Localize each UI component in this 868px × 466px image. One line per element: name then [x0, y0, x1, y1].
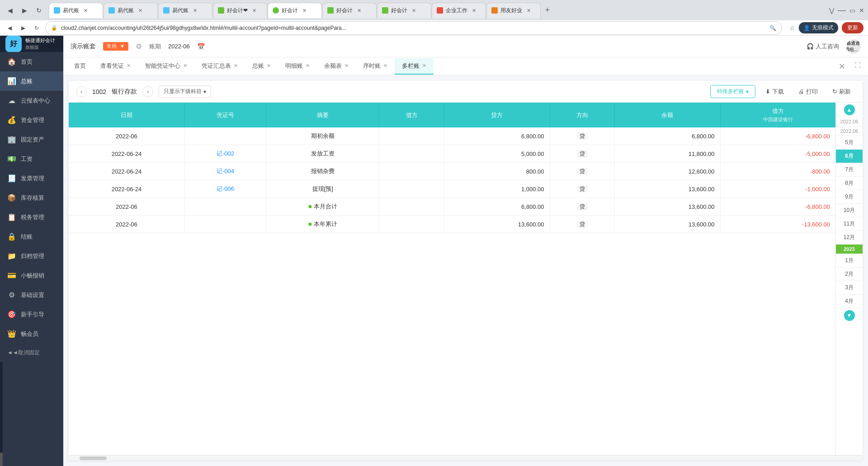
browser-tab-1[interactable]: 易代账 ✕ [49, 3, 103, 18]
tab-multi-col[interactable]: 多栏账 ✕ [395, 58, 434, 75]
tab-sequence[interactable]: 序时账 ✕ [356, 58, 395, 75]
bookmark-icon[interactable]: ☆ [789, 24, 795, 32]
cell-voucher[interactable]: 记-006 [184, 180, 266, 198]
maximize-btn[interactable]: ▭ [849, 7, 855, 14]
browser-tab-4[interactable]: 好会计❤ ✕ [213, 3, 267, 18]
tab-list-btn[interactable]: ⋁ [829, 7, 834, 14]
month-6[interactable]: 6月 [836, 150, 863, 163]
tab-close-detail[interactable]: ✕ [306, 63, 310, 69]
minimize-btn[interactable]: — [838, 5, 846, 15]
tab-close-ledger[interactable]: ✕ [267, 63, 271, 69]
stealth-mode-btn[interactable]: 👤 无痕模式 [799, 22, 838, 33]
sidebar-item-reports[interactable]: ☁ 云报表中心 [0, 91, 63, 110]
tab-close-1[interactable]: ✕ [84, 8, 88, 14]
browser-tab-5[interactable]: 好会计 ✕ [268, 3, 322, 18]
browser-tab-8[interactable]: 企业工作 ✕ [432, 3, 486, 18]
browser-tab-6[interactable]: 好会计 ✕ [322, 3, 377, 18]
tab-close-multi-col[interactable]: ✕ [422, 63, 426, 69]
month-2023-4[interactable]: 4月 [836, 295, 863, 308]
address-bar[interactable]: 🔒 cloud2.chanjet.com/accounting/uh26t264… [45, 21, 782, 35]
sidebar-item-guide[interactable]: 🎯 新手引导 [0, 305, 63, 324]
update-btn[interactable]: 更新 [842, 22, 863, 33]
tab-close-8[interactable]: ✕ [472, 8, 476, 14]
sidebar-scrollbar[interactable] [0, 362, 3, 466]
sidebar-toggle-btn[interactable]: ◄◄取消固定 [0, 344, 63, 362]
tab-close-7[interactable]: ✕ [412, 8, 416, 14]
expand-btn[interactable]: ⛶ [851, 60, 864, 73]
next-account-btn[interactable]: › [142, 86, 153, 97]
prev-account-btn[interactable]: ‹ [76, 86, 87, 97]
consult-btn[interactable]: 🎧 人工咨询 [807, 42, 839, 51]
month-9[interactable]: 9月 [836, 190, 863, 204]
sidebar-item-close[interactable]: 🔒 结账 [0, 227, 63, 246]
sidebar-item-ledger[interactable]: 📊 总账 [0, 71, 63, 91]
tab-close-2[interactable]: ✕ [138, 8, 142, 14]
month-2023-3[interactable]: 3月 [836, 281, 863, 295]
sidebar-item-salary[interactable]: 💵 工资 [0, 149, 63, 169]
gear-icon[interactable]: ⚙ [136, 42, 142, 51]
sidebar-item-invoice[interactable]: 🧾 发票管理 [0, 169, 63, 188]
collapse-left-btn[interactable]: ✕ [835, 60, 849, 73]
month-11[interactable]: 11月 [836, 217, 863, 231]
url-reload[interactable]: ↻ [32, 23, 42, 33]
calendar-icon[interactable]: 📅 [197, 43, 205, 50]
sidebar-item-assets[interactable]: 🏢 固定资产 [0, 130, 63, 149]
sidebar-item-expense[interactable]: 💳 小畅报销 [0, 266, 63, 285]
tab-close-5[interactable]: ✕ [302, 8, 307, 14]
demo-badge[interactable]: 常用 ▼ [103, 42, 128, 51]
tab-voucher-summary[interactable]: 凭证汇总表 ✕ [194, 58, 245, 75]
refresh-btn[interactable]: ↻ 刷新 [828, 85, 855, 98]
tab-balance[interactable]: 余额表 ✕ [317, 58, 356, 75]
user-avatar[interactable]: 畅通通B组... [846, 39, 861, 54]
month-7[interactable]: 7月 [836, 163, 863, 177]
sidebar-item-finance[interactable]: 💰 资金管理 [0, 110, 63, 130]
month-5[interactable]: 5月 [836, 136, 863, 150]
tab-close-balance[interactable]: ✕ [344, 63, 349, 69]
scroll-down-btn[interactable]: ▼ [844, 310, 855, 321]
tab-detail[interactable]: 明细账 ✕ [278, 58, 317, 75]
tab-close-vouchers[interactable]: ✕ [127, 63, 131, 69]
sidebar-item-archive[interactable]: 📁 归档管理 [0, 246, 63, 266]
new-tab-btn[interactable]: + [541, 4, 554, 17]
sidebar-item-home[interactable]: 🏠 首页 [0, 52, 63, 71]
h-scroll-thumb[interactable] [80, 457, 107, 460]
tab-close-4[interactable]: ✕ [252, 8, 256, 14]
filter-dropdown[interactable]: 只显示下级科目 ▾ [159, 85, 211, 98]
browser-tab-2[interactable]: 易代账 ✕ [104, 3, 158, 18]
month-10[interactable]: 10月 [836, 204, 863, 217]
horizontal-scrollbar[interactable] [69, 455, 863, 461]
forward-btn[interactable]: ▶ [18, 4, 31, 17]
tab-close-sequence[interactable]: ✕ [383, 63, 387, 69]
url-back[interactable]: ◀ [5, 23, 14, 33]
print-btn[interactable]: 🖨 打印 [794, 85, 822, 98]
sidebar-item-inventory[interactable]: 📦 库存核算 [0, 188, 63, 207]
download-btn[interactable]: ⬇ 下载 [761, 85, 788, 98]
browser-tab-9[interactable]: 用友好业 ✕ [486, 3, 541, 18]
tab-close-3[interactable]: ✕ [193, 8, 197, 14]
tab-close-9[interactable]: ✕ [527, 8, 531, 14]
browser-tab-3[interactable]: 易代账 ✕ [158, 3, 212, 18]
month-2023-1[interactable]: 1月 [836, 254, 863, 268]
multi-col-btn[interactable]: 特殊多栏账 ▾ [710, 85, 755, 98]
tab-ledger[interactable]: 总账 ✕ [245, 58, 278, 75]
sidebar-item-settings[interactable]: ⚙ 基础设置 [0, 285, 63, 305]
reload-btn[interactable]: ↻ [33, 4, 45, 17]
month-8[interactable]: 8月 [836, 177, 863, 190]
tab-close-6[interactable]: ✕ [357, 8, 361, 14]
url-forward[interactable]: ▶ [18, 23, 28, 33]
browser-tab-7[interactable]: 好会计 ✕ [377, 3, 431, 18]
scroll-up-btn[interactable]: ▲ [844, 104, 855, 115]
tab-home[interactable]: 首页 [67, 58, 93, 75]
cell-voucher[interactable]: 记-004 [184, 163, 266, 180]
period-value[interactable]: 2022-06 [168, 43, 190, 50]
tab-smart-voucher[interactable]: 智能凭证中心 ✕ [138, 58, 194, 75]
tab-vouchers[interactable]: 查看凭证 ✕ [93, 58, 138, 75]
close-window-btn[interactable]: ✕ [859, 7, 864, 14]
back-btn[interactable]: ◀ [4, 4, 16, 17]
sidebar-item-vip[interactable]: 👑 畅会员 [0, 324, 63, 344]
table-container[interactable]: 日期 凭证号 摘要 借方 贷方 方向 余额 借方 中国建设银行 [69, 103, 835, 455]
month-12[interactable]: 12月 [836, 231, 863, 245]
sidebar-item-tax[interactable]: 📋 税务管理 [0, 207, 63, 227]
month-2023-2[interactable]: 2月 [836, 268, 863, 281]
tab-close-voucher-summary[interactable]: ✕ [234, 63, 238, 69]
